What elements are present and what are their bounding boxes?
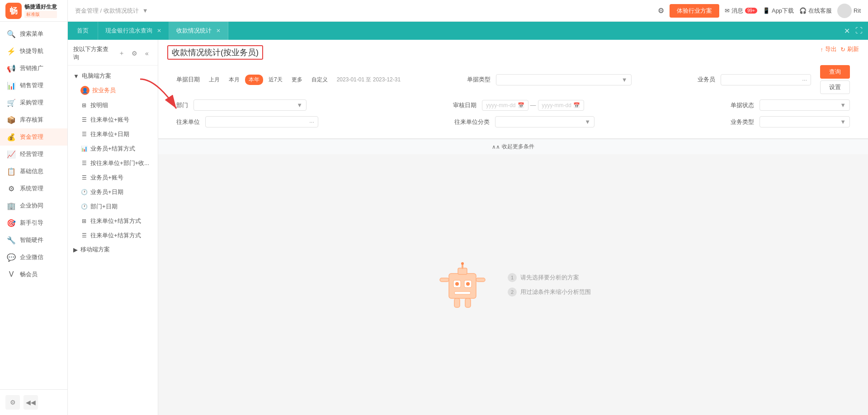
sidebar-item-inventory[interactable]: 📦 库存核算 — [0, 111, 67, 128]
collapse-panel-btn[interactable]: « — [142, 48, 152, 59]
tree-group-desktop-label: 电脑端方案 — [82, 72, 111, 80]
sidebar-item-marketing[interactable]: 📢 营销推广 — [0, 60, 67, 77]
search-icon: 🔍 — [7, 30, 15, 38]
audit-date-start[interactable]: yyyy-mm-dd 📅 — [482, 100, 528, 111]
tab-bar-right: ✕ ⛶ — [844, 27, 868, 35]
sidebar-item-sales[interactable]: 📊 销售管理 — [0, 77, 67, 94]
tab-maximize-icon[interactable]: ⛶ — [855, 27, 863, 35]
sidebar-label-finance: 资金管理 — [20, 133, 43, 141]
refresh-btn[interactable]: ↻ 刷新 — [840, 45, 859, 53]
tree-item-by-detail[interactable]: ⊞ 按明细 — [68, 98, 158, 113]
tree-item-by-staff[interactable]: 👤 按业务员 — [68, 83, 158, 98]
sidebar-item-operation[interactable]: 📈 经营管理 — [0, 146, 67, 163]
online-service-btn[interactable]: 🎧 在线客服 — [799, 7, 832, 15]
query-btn[interactable]: 查询 — [820, 65, 850, 79]
hint-text-1: 请先选择要分析的方案 — [520, 274, 579, 282]
filter-area: 单据日期 上月 本月 本年 近7天 更多 自定义 2023-01-01 至 20… — [167, 65, 859, 138]
counterpart-category-select[interactable]: ▼ — [495, 116, 594, 127]
export-btn[interactable]: ↑ 导出 — [821, 45, 837, 53]
tree-item-staff-date[interactable]: 🕐 业务员+日期 — [68, 185, 158, 199]
voucher-type-select[interactable]: ▼ — [496, 74, 632, 85]
settings-scheme-btn[interactable]: ⚙ — [129, 48, 140, 59]
date-tab-last-month[interactable]: 上月 — [205, 75, 223, 85]
date-tab-more[interactable]: 更多 — [288, 75, 306, 85]
empty-hint: 1 请先选择要分析的方案 2 用过滤条件来缩小分析范围 — [508, 273, 591, 297]
tree-group-mobile[interactable]: ▶ 移动端方案 — [68, 243, 158, 256]
sidebar-collapse-btn[interactable]: ◀◀ — [24, 395, 38, 410]
tab-home[interactable]: 首页 — [68, 22, 98, 40]
dept-select[interactable]: ▼ — [193, 99, 307, 111]
counterpart-settlement1-icon: ⊞ — [80, 217, 88, 225]
voucher-status-select[interactable]: ▼ — [760, 99, 850, 111]
sidebar-label-search: 搜索菜单 — [20, 30, 43, 38]
date-tab-this-year[interactable]: 本年 — [245, 75, 263, 85]
app-download-btn[interactable]: 📱 App下载 — [763, 7, 794, 15]
date-tab-last-7-days[interactable]: 近7天 — [265, 75, 286, 85]
tab-close-all-icon[interactable]: ✕ — [844, 27, 850, 35]
tree-item-staff-settlement[interactable]: 📊 业务员+结算方式 — [68, 141, 158, 156]
counterpart-select[interactable]: ··· — [205, 116, 318, 127]
sidebar-item-guide[interactable]: 🎯 新手引导 — [0, 214, 67, 231]
tree-item-counterpart-account-label: 往来单位+账号 — [90, 116, 129, 124]
sidebar-item-basic[interactable]: 📋 基础信息 — [0, 163, 67, 180]
sidebar-item-member[interactable]: V 畅会员 — [0, 266, 67, 283]
marketing-icon: 📢 — [7, 64, 15, 72]
settings-icon[interactable]: ⚙ — [658, 6, 664, 15]
tree-item-counterpart-date[interactable]: ☰ 往来单位+日期 — [68, 127, 158, 141]
breadcrumb-dropdown-icon[interactable]: ▼ — [142, 7, 148, 14]
add-scheme-btn[interactable]: ＋ — [116, 48, 127, 59]
sidebar-label-member: 畅会员 — [20, 270, 38, 278]
inventory-icon: 📦 — [7, 116, 15, 124]
tree-group-desktop[interactable]: ▼ 电脑端方案 — [68, 69, 158, 83]
dept-arrow: ▼ — [297, 102, 302, 108]
tree-item-counterpart-account[interactable]: ☰ 往来单位+账号 — [68, 113, 158, 127]
staff-active-icon: 👤 — [80, 86, 90, 95]
settings-btn[interactable]: 设置 — [820, 80, 850, 94]
sidebar-item-finance[interactable]: 💰 资金管理 — [0, 128, 67, 146]
tree-item-dept-date[interactable]: 🕐 部门+日期 — [68, 199, 158, 214]
tab-receivable-stats[interactable]: 收款情况统计 ✕ — [169, 22, 228, 40]
tab-bank-flow[interactable]: 现金银行流水查询 ✕ — [98, 22, 169, 40]
sidebar-item-wechat[interactable]: 💬 企业微信 — [0, 249, 67, 266]
sidebar-item-quick-nav[interactable]: ⚡ 快捷导航 — [0, 42, 67, 60]
sidebar-item-purchase[interactable]: 🛒 采购管理 — [0, 94, 67, 111]
hint-num-1: 1 — [508, 273, 517, 282]
audit-date-end[interactable]: yyyy-mm-dd 📅 — [538, 100, 584, 111]
sidebar-item-system[interactable]: ⚙ 系统管理 — [0, 180, 67, 197]
svg-point-8 — [461, 262, 464, 265]
collapse-btn[interactable]: ∧∧ 收起更多条件 — [492, 143, 534, 151]
tree-item-counterpart-date-label: 往来单位+日期 — [90, 130, 129, 138]
business-type-select[interactable]: ▼ — [760, 116, 850, 127]
page-header-actions: ↑ 导出 ↻ 刷新 — [821, 45, 859, 53]
svg-rect-11 — [454, 298, 460, 307]
tab-bank-flow-close[interactable]: ✕ — [157, 28, 161, 34]
dept-label: 部门 — [176, 101, 188, 109]
tree-item-staff-account[interactable]: ☰ 业务员+账号 — [68, 170, 158, 185]
download-icon: 📱 — [763, 7, 770, 14]
trial-btn[interactable]: 体验行业方案 — [670, 4, 719, 18]
refresh-icon: ↻ — [840, 46, 845, 53]
sidebar-item-hardware[interactable]: 🔧 智能硬件 — [0, 231, 67, 249]
tab-receivable-stats-close[interactable]: ✕ — [216, 28, 221, 34]
messages-btn[interactable]: ✉ 消息 99+ — [725, 7, 757, 15]
counterpart-more[interactable]: ··· — [309, 118, 314, 125]
tree-item-counterpart-settlement2[interactable]: ☰ 往来单位+结算方式 — [68, 228, 158, 243]
date-tab-custom[interactable]: 自定义 — [308, 75, 331, 85]
tree-item-by-counterpart-dept[interactable]: ☰ 按往来单位+部门+收... — [68, 156, 158, 170]
logo-area: 畅 畅捷通好生意 标准版 — [0, 0, 67, 22]
tree-item-dept-date-label: 部门+日期 — [90, 203, 118, 211]
date-tab-this-month[interactable]: 本月 — [225, 75, 243, 85]
sidebar-label-purchase: 采购管理 — [20, 99, 43, 107]
sidebar-item-corp[interactable]: 🏢 企业协同 — [0, 197, 67, 214]
business-type-arrow: ▼ — [840, 118, 846, 125]
user-area[interactable]: Rit — [837, 4, 861, 18]
staff-account-icon: ☰ — [80, 174, 88, 181]
sidebar-settings-btn[interactable]: ⚙ — [5, 395, 20, 410]
collapse-btn-label: 收起更多条件 — [502, 143, 534, 151]
tree-item-counterpart-settlement1[interactable]: ⊞ 往来单位+结算方式 — [68, 214, 158, 228]
sidebar-item-search[interactable]: 🔍 搜索菜单 — [0, 25, 67, 42]
filter-row-2: 部门 ▼ 审核日期 yyyy-mm-dd 📅 — — [176, 99, 850, 111]
sidebar: 畅 畅捷通好生意 标准版 🔍 搜索菜单 ⚡ 快捷导航 📢 营销推广 📊 销售管理… — [0, 0, 68, 415]
sidebar-label-guide: 新手引导 — [20, 219, 43, 227]
staff-select[interactable]: ··· — [721, 74, 811, 85]
